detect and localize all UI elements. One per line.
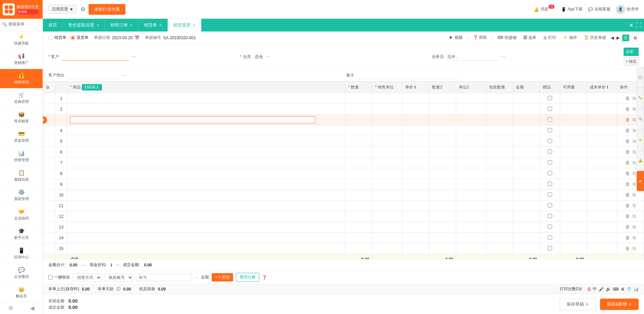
row-unit-10[interactable]: [372, 190, 402, 200]
row-qty-13[interactable]: [345, 222, 372, 233]
row-unit-3[interactable]: [372, 115, 402, 125]
row-action-13[interactable]: 🗑 ⧉: [617, 222, 644, 233]
delete-icon[interactable]: 🗑: [625, 213, 630, 219]
row-qty2-13[interactable]: [429, 222, 456, 233]
right-panel-btn2[interactable]: ✏️: [637, 88, 644, 108]
toolbar-shortcut-btn[interactable]: ⌨ 快捷键: [495, 34, 518, 41]
delete-icon[interactable]: 🗑: [625, 138, 630, 144]
row-gift-6[interactable]: [540, 147, 560, 158]
discount-info-icon[interactable]: ℹ: [111, 263, 112, 267]
row-amount-5[interactable]: [513, 136, 540, 147]
row-pack-7[interactable]: [486, 158, 513, 168]
row-product-8[interactable]: [67, 168, 345, 179]
row-qty-1[interactable]: [345, 93, 372, 104]
row-amount-6[interactable]: [513, 147, 540, 158]
row-unit-13[interactable]: [372, 222, 402, 233]
topbar-settings-icon[interactable]: ⚙: [80, 6, 85, 12]
row-cost-3[interactable]: [587, 115, 617, 125]
row-unit2-2[interactable]: [456, 104, 486, 115]
remark-input[interactable]: [357, 71, 458, 79]
gift-checkbox-7[interactable]: [548, 160, 552, 165]
row-cost-11[interactable]: [587, 200, 617, 211]
copy-icon[interactable]: ⧉: [633, 213, 636, 219]
row-unit2-13[interactable]: [456, 222, 486, 233]
row-product-15[interactable]: [67, 243, 345, 254]
gift-checkbox-15[interactable]: [548, 246, 552, 250]
row-avail-1[interactable]: [560, 93, 587, 104]
row-qty2-4[interactable]: [429, 125, 456, 136]
row-pack-15[interactable]: [486, 243, 513, 254]
row-unit-1[interactable]: [372, 93, 402, 104]
delete-icon[interactable]: 🗑: [625, 149, 630, 155]
th-settings[interactable]: ⚙: [43, 82, 55, 93]
copy-icon[interactable]: ⧉: [633, 171, 636, 176]
search-menu-item[interactable]: 🔍 搜索菜单: [0, 19, 43, 30]
row-product-12[interactable]: [67, 211, 345, 222]
tool3-icon[interactable]: ⌨: [613, 287, 619, 292]
row-amount-14[interactable]: [513, 233, 540, 243]
row-amount-12[interactable]: [513, 211, 540, 222]
row-avail-12[interactable]: [560, 211, 587, 222]
row-qty2-2[interactable]: [429, 104, 456, 115]
toolbar-select-btn[interactable]: ☰ 选单: [521, 34, 538, 41]
close-tab-btn[interactable]: ✕: [629, 22, 633, 28]
row-qty2-9[interactable]: [429, 179, 456, 190]
logistics-float-btn[interactable]: + 物流: [624, 57, 639, 66]
row-gift-15[interactable]: [540, 243, 560, 254]
gift-checkbox-3[interactable]: [548, 117, 552, 122]
settings-float-btn[interactable]: 设置: [624, 48, 639, 56]
row-qty-5[interactable]: [345, 136, 372, 147]
row-price-3[interactable]: [402, 115, 429, 125]
row-price-13[interactable]: [402, 222, 429, 233]
amount-dots[interactable]: ···: [195, 275, 198, 280]
row-avail-5[interactable]: [560, 136, 587, 147]
row-cost-5[interactable]: [587, 136, 617, 147]
row-settings-9[interactable]: [43, 179, 55, 190]
row-unit2-12[interactable]: [456, 211, 486, 222]
row-gift-12[interactable]: [540, 211, 560, 222]
row-settings-5[interactable]: [43, 136, 55, 147]
notification-item[interactable]: 🔔 消息 70: [534, 6, 556, 12]
doc-date-value[interactable]: 2023-03-20: [112, 36, 132, 40]
row-avail-14[interactable]: [560, 233, 587, 243]
row-qty-2[interactable]: [345, 104, 372, 115]
gift-checkbox-13[interactable]: [548, 225, 552, 229]
copy-icon[interactable]: ⧉: [633, 106, 636, 112]
row-qty-14[interactable]: [345, 233, 372, 243]
row-cost-6[interactable]: [587, 147, 617, 158]
delete-icon[interactable]: 🗑: [625, 224, 630, 230]
row-settings-6[interactable]: [43, 147, 55, 158]
delete-icon[interactable]: 🗑: [625, 246, 630, 251]
radio-sale[interactable]: 销货单: [48, 35, 66, 41]
row-unit-9[interactable]: [372, 179, 402, 190]
row-unit2-1[interactable]: [456, 93, 486, 104]
sidebar-collapse-btn[interactable]: ◀: [30, 305, 34, 311]
salesperson-search-icon[interactable]: ···: [501, 54, 505, 60]
row-price-6[interactable]: [402, 147, 429, 158]
row-avail-11[interactable]: [560, 200, 587, 211]
row-pack-11[interactable]: [486, 200, 513, 211]
row-gift-7[interactable]: [540, 158, 560, 168]
row-price-14[interactable]: [402, 233, 429, 243]
row-gift-8[interactable]: [540, 168, 560, 179]
row-gift-10[interactable]: [540, 190, 560, 200]
row-cost-7[interactable]: [587, 158, 617, 168]
row-product-14[interactable]: [67, 233, 345, 243]
row-settings-1[interactable]: [43, 93, 55, 104]
row-qty2-15[interactable]: [429, 243, 456, 254]
row-cost-1[interactable]: [587, 93, 617, 104]
row-product-4[interactable]: [67, 125, 345, 136]
right-panel-btn5[interactable]: 🔔: [637, 150, 644, 170]
row-settings-2[interactable]: [43, 104, 55, 115]
fee-split-btn[interactable]: 费用分摊: [236, 273, 259, 282]
row-qty2-8[interactable]: [429, 168, 456, 179]
right-panel-btn4[interactable]: ⭐: [637, 129, 644, 149]
row-amount-3[interactable]: [513, 115, 540, 125]
copy-icon[interactable]: ⧉: [633, 181, 636, 187]
row-unit-5[interactable]: [372, 136, 402, 147]
row-qty-3[interactable]: [345, 115, 372, 125]
copy-icon[interactable]: ⧉: [633, 224, 636, 230]
row-gift-13[interactable]: [540, 222, 560, 233]
row-pack-13[interactable]: [486, 222, 513, 233]
tab-sales-return[interactable]: 销货退货 ✕: [168, 19, 201, 32]
